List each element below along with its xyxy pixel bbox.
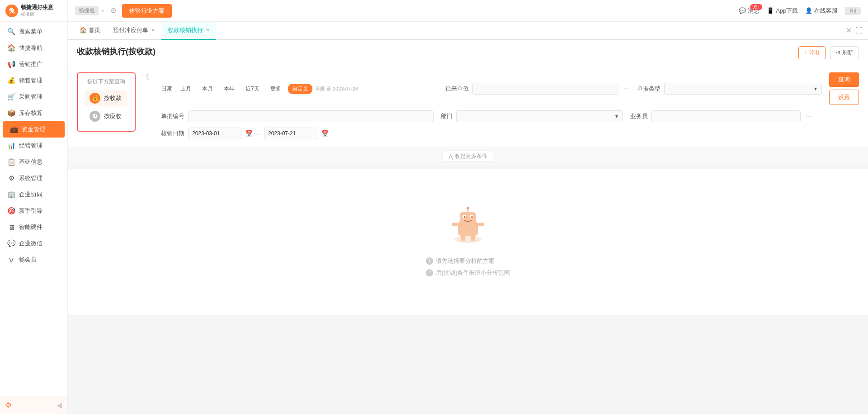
refresh-button[interactable]: ↺ 刷新 xyxy=(830,46,859,59)
filter-row-2: 单据编号 部门 ▾ 业务员 ··· xyxy=(161,110,859,122)
page-title: 收款核销执行(按收款) xyxy=(77,46,156,57)
tab-prepay-close-icon[interactable]: ✕ xyxy=(151,27,155,33)
enterprise-icon: 🏢 xyxy=(7,190,15,199)
date-custom-btn[interactable]: 自定义 xyxy=(288,84,312,94)
filter-fields: 日期 上月 本月 本年 近7天 更多 自定义 不限 至 2023-07-26 往… xyxy=(161,72,859,139)
home-icon: 🏠 xyxy=(80,27,87,33)
query-buttons: 查询 设置 xyxy=(829,72,859,105)
main-area: 畅捷通 ▾ ⚙ 体验行业方案 💬 消息 99+ 📱 App下载 👤 在线客服 R… xyxy=(68,0,868,414)
plan-button[interactable]: 体验行业方案 xyxy=(122,4,172,18)
expand-icon[interactable]: ⛶ xyxy=(855,27,863,35)
tab-collection-close-icon[interactable]: ✕ xyxy=(206,27,210,33)
sidebar-item-label-hardware: 智能硬件 xyxy=(19,223,42,231)
sidebar-item-weixin[interactable]: 💬企业微信 xyxy=(0,235,67,252)
sidebar-item-enterprise[interactable]: 🏢企业协同 xyxy=(0,186,67,203)
collapse-more-label: 收起更多条件 xyxy=(455,152,487,160)
app-download-button[interactable]: 📱 App下载 xyxy=(767,7,798,15)
receipt-icon: 💰 xyxy=(90,93,100,104)
filter-row-1: 日期 上月 本月 本年 近7天 更多 自定义 不限 至 2023-07-26 往… xyxy=(161,72,859,105)
shortcut-icon: 🏠 xyxy=(7,44,15,52)
sidebar-item-hardware[interactable]: 🖥智能硬件 xyxy=(0,219,67,235)
close-all-icon[interactable]: ✕ xyxy=(846,26,852,35)
verify-date-start-input[interactable] xyxy=(188,128,242,139)
svg-rect-12 xyxy=(471,235,475,241)
dept-select[interactable]: ▾ xyxy=(456,110,623,122)
filter-by-receipt-label: 按收款 xyxy=(104,94,122,102)
hardware-icon: 🖥 xyxy=(7,224,15,231)
sidebar-item-search[interactable]: 🔍搜索菜单 xyxy=(0,24,67,40)
gear-icon[interactable]: ⚙ xyxy=(110,6,117,15)
partner-input[interactable] xyxy=(472,83,618,95)
receivable-icon: 🕐 xyxy=(90,111,100,122)
sidebar-item-finance[interactable]: 💼资金管理 xyxy=(3,121,65,138)
brand-chevron-icon[interactable]: ▾ xyxy=(101,8,104,14)
sidebar-item-label-sales: 销售管理 xyxy=(19,76,42,85)
doc-no-field: 单据编号 xyxy=(161,110,434,122)
date-more-btn[interactable]: 更多 xyxy=(266,84,285,94)
date-prev-month-btn[interactable]: 上月 xyxy=(176,84,195,94)
verify-date-end-input[interactable] xyxy=(264,128,318,139)
dept-label: 部门 xyxy=(441,112,453,120)
tab-home[interactable]: 🏠 首页 xyxy=(73,22,107,40)
sidebar-item-label-basic: 基础信息 xyxy=(19,158,42,166)
doc-type-select[interactable]: ▾ xyxy=(664,83,822,95)
refresh-icon: ↺ xyxy=(836,50,840,56)
tab-collection[interactable]: 收款核销执行 ✕ xyxy=(161,22,216,40)
sidebar-item-label-inventory: 库存核算 xyxy=(19,109,42,117)
brand-text: 畅捷通 xyxy=(75,6,99,15)
empty-text: 1 请先选择要分析的方案 2 用[过滤]条件来缩小分析范围 xyxy=(426,255,509,279)
date-this-year-btn[interactable]: 本年 xyxy=(220,84,239,94)
svg-point-4 xyxy=(467,207,469,209)
sidebar-item-purchase[interactable]: 🛒采购管理 xyxy=(0,89,67,105)
date-separator: — xyxy=(255,130,261,137)
logo-icon: 兔 xyxy=(5,5,18,17)
setting-button[interactable]: 设置 xyxy=(829,90,859,105)
sidebar-item-marketing[interactable]: 📢营销推广 xyxy=(0,56,67,72)
sidebar: 兔 畅捷通好生意 标准版 🔍搜索菜单🏠快捷导航📢营销推广💰销售管理🛒采购管理📦库… xyxy=(0,0,68,414)
dept-chevron-icon: ▾ xyxy=(615,113,618,119)
logo-main: 畅捷通好生意 xyxy=(21,4,53,11)
doc-type-field: 单据类型 ▾ xyxy=(637,83,822,95)
collapse-more-icon: ⋀ xyxy=(448,153,453,160)
message-icon: 💬 xyxy=(739,7,746,14)
staff-more-icon[interactable]: ··· xyxy=(806,112,812,120)
service-icon: 👤 xyxy=(805,7,812,14)
collapse-filter-icon[interactable]: 《 xyxy=(139,72,152,82)
settings-icon[interactable]: ⚙ xyxy=(5,401,12,409)
date-this-month-btn[interactable]: 本月 xyxy=(198,84,217,94)
verify-date-end-calendar-icon[interactable]: 📅 xyxy=(321,130,329,137)
online-service-button[interactable]: 👤 在线客服 xyxy=(805,7,838,15)
query-button[interactable]: 查询 xyxy=(829,72,859,87)
logo-sub: 标准版 xyxy=(21,11,53,17)
sidebar-item-basic[interactable]: 📋基础信息 xyxy=(0,154,67,170)
export-button[interactable]: ↑ 导出 xyxy=(798,46,826,59)
export-icon: ↑ xyxy=(804,50,807,56)
sidebar-item-inventory[interactable]: 📦库存核算 xyxy=(0,105,67,121)
filter-by-receipt[interactable]: 💰 按收款 xyxy=(85,90,127,106)
date-7days-btn[interactable]: 近7天 xyxy=(241,84,264,94)
verify-date-start-calendar-icon[interactable]: 📅 xyxy=(245,130,253,137)
collapse-sidebar-icon[interactable]: ◀ xyxy=(57,401,62,409)
staff-input[interactable] xyxy=(651,110,801,122)
tab-prepay-label: 预付冲应付单 xyxy=(113,26,148,34)
sidebar-item-member[interactable]: V畅会员 xyxy=(0,252,67,268)
doc-no-input[interactable] xyxy=(188,110,434,122)
sidebar-item-label-marketing: 营销推广 xyxy=(19,60,42,68)
doc-type-label: 单据类型 xyxy=(637,85,660,93)
collapse-more-button[interactable]: ⋀ 收起更多条件 xyxy=(443,151,493,162)
partner-more-icon[interactable]: ··· xyxy=(624,85,630,93)
sidebar-item-label-search: 搜索菜单 xyxy=(19,28,42,36)
sidebar-item-guide[interactable]: 🎯新手引导 xyxy=(0,203,67,219)
tip-text-1: 请先选择要分析的方案 xyxy=(436,255,495,267)
tab-prepay[interactable]: 预付冲应付单 ✕ xyxy=(107,22,161,40)
message-button[interactable]: 💬 消息 99+ xyxy=(739,7,760,15)
filter-by-receivable[interactable]: 🕐 按应收 xyxy=(85,108,127,124)
user-profile[interactable]: Rit xyxy=(845,7,861,15)
service-label: 在线客服 xyxy=(814,7,838,15)
sidebar-item-shortcut[interactable]: 🏠快捷导航 xyxy=(0,40,67,56)
sidebar-item-operation[interactable]: 📊经营管理 xyxy=(0,138,67,154)
staff-label: 业务员 xyxy=(630,112,648,120)
date-label: 日期 xyxy=(161,85,173,93)
sidebar-item-system[interactable]: ⚙系统管理 xyxy=(0,170,67,186)
sidebar-item-sales[interactable]: 💰销售管理 xyxy=(0,72,67,89)
